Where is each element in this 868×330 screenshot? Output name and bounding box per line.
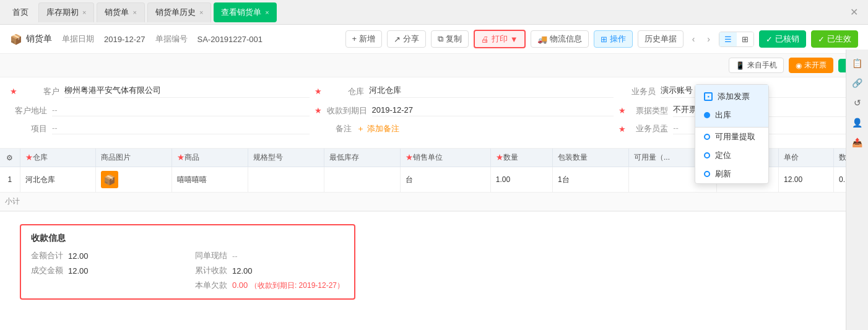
address-field: 客户地址 -- [10,105,310,116]
settlement-value: -- [232,251,238,261]
doc-date-label: 单据日期 [62,33,94,45]
due-date-label: 收款到期日 [327,105,367,116]
tab-inventory[interactable]: 库存期初 × [38,2,94,22]
ticket-label: 票据类型 [631,105,668,116]
print-icon: 🖨 [481,35,489,44]
dropdown-header: ▪ 添加发票 出库 [695,85,768,128]
col-min-stock: 最低库存 [324,149,401,167]
doc-type-label: 销货单 [26,33,52,45]
print-dropdown-arrow: ▼ [510,35,518,44]
dropdown-item-invoice[interactable]: ▪ 添加发票 [695,87,768,106]
salesperson-label: 业务员盂 [631,123,668,134]
subtotal-row: 小计 [0,193,868,211]
new-button[interactable]: + 新增 [345,30,382,48]
tab-label-inventory: 库存期初 [46,7,79,18]
note-field[interactable]: 备注 ＋ 添加备注 [315,123,614,134]
tab-label-view: 查看销货单 [221,7,261,18]
locate-dot [704,152,710,158]
address-value: -- [52,105,310,116]
tab-view-sales[interactable]: 查看销货单 × [214,2,276,22]
project-field: 项目 -- [10,123,310,134]
customer-field: ★ 客户 柳州粤港平安气体有限公司 [10,85,310,98]
tab-close-history[interactable]: × [199,9,203,16]
available-label: 可用量提取 [715,131,755,142]
subtotal-label: 小计 [0,193,868,211]
warehouse-label: 仓库 [327,86,364,97]
tab-bar: 首页 库存期初 × 销货单 × 销货单历史 × 查看销货单 × ✕ [0,0,868,25]
settlement-label: 同单现结 [195,250,227,261]
tab-home[interactable]: 首页 [5,2,36,22]
balance-value: 0.00 （收款到期日: 2019-12-27） [232,280,344,291]
operate-button[interactable]: ⊞ 操作 [594,30,633,48]
view-grid[interactable]: ⊞ [737,32,753,46]
total-label: 金额合计 [31,250,63,261]
product-image: 📦 [101,171,118,188]
sidebar-clipboard-icon[interactable]: 📋 [849,54,866,72]
effective-button[interactable]: ✓ 已生效 [811,30,858,48]
doc-header: 📦 销货单 单据日期 2019-12-27 单据编号 SA-20191227-0… [0,25,868,54]
balance-row: 本单欠款 0.00 （收款到期日: 2019-12-27） [195,280,344,291]
col-spec: 规格型号 [248,149,324,167]
add-note-button[interactable]: ＋ 添加备注 [357,123,399,134]
transaction-value: 12.00 [68,266,89,276]
available-dot [704,134,710,140]
project-value: -- [52,123,310,134]
project-label: 项目 [10,123,47,134]
col-price: 单价 [779,149,834,167]
row-warehouse: 河北仓库 [20,167,96,193]
logistics-button[interactable]: 🚚 物流信息 [531,30,589,48]
doc-number-label: 单据编号 [155,33,188,45]
tab-sales[interactable]: 销货单 × [97,2,144,22]
dropdown-item-refresh[interactable]: 刷新 [695,165,768,183]
col-image: 商品图片 [96,149,172,167]
tab-close-view[interactable]: × [265,9,269,16]
nav-next[interactable]: › [703,32,714,46]
window-close-button[interactable]: ✕ [845,4,863,20]
customer-value: 柳州粤港平安气体有限公司 [64,85,310,98]
outbound-dot [704,112,710,118]
due-date-value: 2019-12-27 [372,105,614,116]
row-image: 📦 [96,167,172,193]
copy-icon: ⧉ [438,34,443,44]
history-button[interactable]: 历史单据 [638,30,684,48]
due-date-field: ★ 收款到期日 2019-12-27 [315,105,614,116]
row-index: 1 [0,167,20,193]
total-value: 12.00 [68,251,89,261]
tab-close-sales[interactable]: × [132,9,136,16]
tab-close-inventory[interactable]: × [82,9,86,16]
from-phone-button[interactable]: 📱 来自手机 [729,58,784,73]
right-sidebar: 📋 🔗 ↺ 👤 📤 ⤢ [846,50,868,330]
check-icon2: ✓ [818,35,825,44]
tab-label-home: 首页 [12,7,28,18]
doc-date-value: 2019-12-27 [104,35,145,44]
cancelled-button[interactable]: ✓ 已核销 [759,30,806,48]
payment-grid: 金额合计 12.00 同单现结 -- 成交金额 12.00 累计收款 12.00… [31,250,344,291]
plus-icon: ＋ [357,123,365,134]
secondary-bar: 📱 来自手机 ◉ 未开票 ✓ [0,54,868,77]
sidebar-user-icon[interactable]: 👤 [849,114,866,131]
dropdown-item-locate[interactable]: 定位 [695,146,768,165]
share-icon: ↗ [394,35,401,44]
view-list[interactable]: ☰ [719,32,737,46]
print-button[interactable]: 🖨 打印 ▼ [474,30,526,48]
note-label: 备注 [315,123,352,134]
sidebar-export-icon[interactable]: 📤 [849,134,866,151]
dropdown-item-outbound[interactable]: 出库 [695,106,768,124]
staff-label: 业务员 [618,86,656,97]
sidebar-refresh-icon[interactable]: ↺ [849,94,866,111]
copy-button[interactable]: ⧉ 复制 [431,30,469,48]
tab-sales-history[interactable]: 销货单历史 × [147,2,211,22]
doc-actions: + 新增 ↗ 分享 ⧉ 复制 🖨 打印 ▼ 🚚 物流信息 ⊞ 操作 [345,30,858,48]
view-buttons: ☰ ⊞ [719,32,754,47]
dropdown-item-available[interactable]: 可用量提取 [695,128,768,146]
row-quantity: 1.00 [490,167,552,193]
address-label: 客户地址 [10,105,47,116]
check-icon: ✓ [766,35,773,44]
not-open-button[interactable]: ◉ 未开票 [789,58,833,73]
refresh-dot [704,171,710,177]
doc-meta: 单据日期 2019-12-27 单据编号 SA-20191227-001 [62,33,263,45]
share-button[interactable]: ↗ 分享 [387,30,426,48]
sidebar-link-icon[interactable]: 🔗 [849,74,866,92]
tab-label-sales: 销货单 [105,7,129,18]
nav-prev[interactable]: ‹ [688,32,699,46]
